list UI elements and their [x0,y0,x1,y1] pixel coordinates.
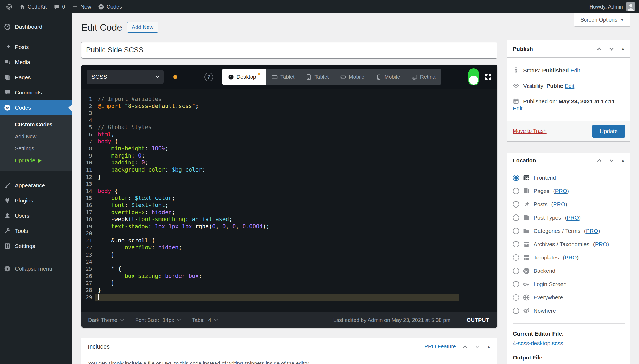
code-line-17[interactable]: 17 overflow-x: hidden; [81,209,497,216]
code-line-10[interactable]: 10 padding: 0; [81,159,497,166]
code-line-6[interactable]: 6html, [81,131,497,138]
sidebar-item-tools[interactable]: Tools [0,223,72,238]
editor-enabled-toggle[interactable] [468,68,479,85]
code-line-26[interactable]: 26 box-sizing: border-box; [81,272,497,280]
location-option-archives-taxonomies[interactable]: Archives / Taxonomies(PRO) [513,238,625,251]
code-line-14[interactable]: 14body { [81,188,497,195]
radio-everywhere[interactable] [513,294,519,301]
location-option-login-screen[interactable]: Login Screen [513,278,625,291]
code-title-input[interactable] [81,42,497,59]
code-line-9[interactable]: 9 margin: 0; [81,152,497,159]
code-area[interactable]: 1// Import Variables2@import "8-scss-def… [81,89,497,312]
sidebar-item-comments[interactable]: Comments [0,85,72,100]
radio-archives-taxonomies[interactable] [513,241,519,247]
location-option-pages[interactable]: Pages(PRO) [513,184,625,198]
edit-visibility-link[interactable]: Edit [565,83,574,89]
sidebar-item-users[interactable]: Users [0,208,72,223]
code-line-12[interactable]: 12} [81,173,497,181]
code-line-8[interactable]: 8 min-height: 100%; [81,145,497,152]
sidebar-item-appearance[interactable]: Appearance [0,178,72,193]
location-option-templates[interactable]: Templates(PRO) [513,251,625,264]
radio-post-types[interactable] [513,214,519,221]
submenu-item-upgrade[interactable]: Upgrade [0,155,72,167]
move-up-icon[interactable] [596,46,602,52]
sidebar-item-pages[interactable]: Pages [0,70,72,85]
location-option-nowhere[interactable]: Nowhere [513,304,625,317]
sidebar-item-plugins[interactable]: Plugins [0,193,72,208]
wordpress-menu-button[interactable] [3,0,16,13]
pro-link[interactable]: PRO [565,254,577,260]
submenu-item-add-new[interactable]: Add New [0,131,72,143]
submenu-item-custom-codes[interactable]: Custom Codes [0,119,72,131]
pro-link[interactable]: PRO [567,214,579,221]
sidebar-item-media[interactable]: Media [0,55,72,70]
device-tab-mobile-3[interactable]: Mobile [334,69,370,85]
edit-published-date-link[interactable]: Edit [513,105,522,111]
collapse-panel-icon[interactable]: ▲ [487,344,491,349]
code-line-13[interactable]: 13 [81,180,497,188]
pro-link[interactable]: PRO [595,241,607,247]
avatar[interactable] [626,2,635,11]
sidebar-item-dashboard[interactable]: Dashboard [0,19,72,34]
code-line-28[interactable]: 28} [81,287,497,294]
language-select[interactable]: SCSS [87,70,164,84]
radio-pages[interactable] [513,188,519,194]
pro-link[interactable]: PRO [553,201,566,207]
code-line-20[interactable]: 20 [81,230,497,237]
device-tab-tablet-1[interactable]: Tablet [266,69,300,85]
collapse-panel-icon[interactable]: ▲ [621,158,625,163]
code-line-3[interactable]: 3 [81,110,497,117]
new-content-button[interactable]: New [68,0,95,13]
location-option-backend[interactable]: Backend [513,264,625,278]
code-line-16[interactable]: 16 font: $text-font; [81,202,497,209]
code-line-11[interactable]: 11 background-color: $bg-color; [81,166,497,173]
howdy-text[interactable]: Howdy, Admin [589,4,623,10]
code-line-18[interactable]: 18 -webkit-font-smoothing: antialiased; [81,216,497,223]
collapse-menu-button[interactable]: Collapse menu [0,261,72,276]
radio-frontend[interactable] [513,175,519,181]
location-option-post-types[interactable]: Post Types(PRO) [513,211,625,224]
site-name-button[interactable]: CodeKit [16,0,50,13]
move-to-trash-link[interactable]: Move to Trash [513,128,547,134]
update-button[interactable]: Update [592,125,625,138]
sidebar-item-posts[interactable]: Posts [0,39,72,55]
code-line-5[interactable]: 5// Global Styles [81,124,497,131]
location-option-categories-terms[interactable]: Categories / Terms(PRO) [513,224,625,238]
code-line-2[interactable]: 2@import "8-scss-default.scss"; [81,103,497,110]
location-option-everywhere[interactable]: Everywhere [513,291,625,304]
pro-link[interactable]: PRO [555,188,567,194]
theme-select[interactable]: Dark Theme [88,317,123,323]
pro-link[interactable]: PRO [586,228,598,234]
collapse-panel-icon[interactable]: ▲ [621,47,625,51]
help-button[interactable]: ? [204,73,213,81]
move-down-icon[interactable] [474,344,480,350]
tabs-select[interactable]: Tabs: 4 [192,317,217,323]
device-tab-retina-5[interactable]: Retina [406,69,441,85]
code-line-4[interactable]: 4 [81,117,497,124]
radio-categories-terms[interactable] [513,228,519,234]
code-line-15[interactable]: 15 color: $text-color; [81,195,497,202]
code-line-21[interactable]: 21 &.no-scroll { [81,237,497,244]
add-new-button[interactable]: Add New [127,22,158,33]
move-down-icon[interactable] [609,158,615,163]
comments-shortcut[interactable]: 0 [50,0,68,13]
code-line-1[interactable]: 1// Import Variables [81,96,497,103]
move-up-icon[interactable] [596,158,602,163]
fullscreen-icon[interactable] [484,73,492,81]
code-line-24[interactable]: 24 [81,258,497,266]
font-size-select[interactable]: Font Size: 14px [135,317,180,323]
code-line-22[interactable]: 22 overflow: hidden; [81,244,497,251]
move-down-icon[interactable] [609,46,615,52]
location-option-frontend[interactable]: Frontend [513,171,625,184]
radio-backend[interactable] [513,268,519,274]
code-line-25[interactable]: 25 * { [81,265,497,272]
device-tab-mobile-4[interactable]: Mobile [370,69,406,85]
output-tab[interactable]: OUTPUT [458,312,497,328]
pro-feature-link[interactable]: PRO Feature [424,344,456,350]
code-line-7[interactable]: 7body { [81,138,497,145]
move-up-icon[interactable] [462,344,468,350]
radio-login-screen[interactable] [513,281,519,287]
codes-shortcut[interactable]: <> Codes [95,0,125,13]
code-line-29[interactable]: 29 [81,294,497,301]
current-file-link[interactable]: 4-scss-desktop.scss [513,340,563,346]
